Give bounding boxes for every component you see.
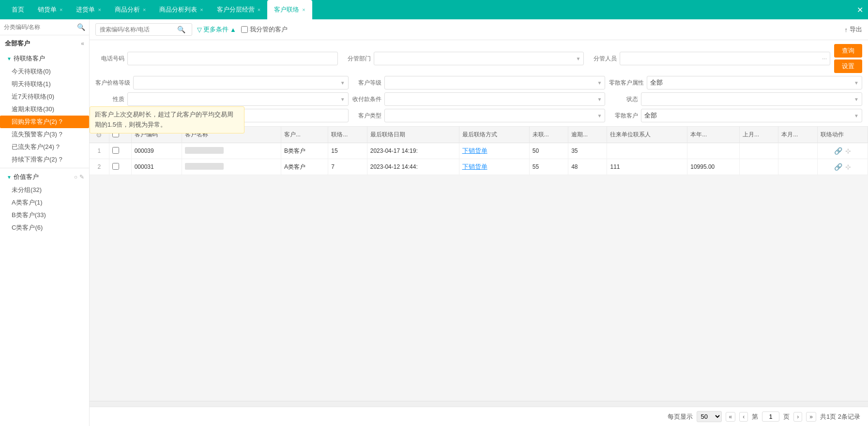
action-link-icon-1[interactable]: 🔗	[834, 147, 842, 155]
filter-row-1: 电话号码 分管部门 ▼ 分管人员 ···	[95, 44, 862, 73]
toolbar: 🔍 ▽ 更多条件 ▲ 我分管的客户 ↑ 导出	[90, 19, 868, 40]
last-method-link-1[interactable]: 下销货单	[462, 147, 487, 154]
filter-phone-input[interactable]	[127, 52, 338, 65]
close-tab-purchase[interactable]: ×	[98, 7, 101, 13]
cell-this-year-1	[687, 143, 740, 159]
sidebar-item-churned[interactable]: 已流失客户(24) ?	[0, 141, 89, 153]
export-button[interactable]: ↑ 导出	[845, 25, 863, 34]
next-page-button[interactable]: ›	[793, 412, 802, 422]
close-tab-product-analysis[interactable]: ×	[143, 7, 146, 13]
sidebar-item-class-b[interactable]: B类客户(33)	[0, 209, 89, 221]
sidebar-arrow-value: ▼	[7, 175, 12, 180]
sidebar-item-today[interactable]: 今天待联络(0)	[0, 65, 89, 78]
filter-person: 分管人员 ···	[588, 52, 830, 65]
sidebar-item-tomorrow[interactable]: 明天待联络(1)	[0, 78, 89, 90]
close-tab-sales[interactable]: ×	[60, 7, 62, 13]
query-button[interactable]: 查询	[834, 44, 862, 58]
sidebar-item-unclassified[interactable]: 未分组(32)	[0, 184, 89, 196]
cell-checkbox-1	[109, 143, 131, 159]
cell-checkbox-2	[109, 159, 131, 175]
sidebar-item-declining[interactable]: 持续下滑客户(2) ?	[0, 153, 89, 166]
sidebar-item-churn-warning[interactable]: 流失预警客户(3) ?	[0, 128, 89, 141]
export-icon: ↑	[845, 26, 848, 33]
nav-tab-product-list[interactable]: 商品分析列表 ×	[152, 0, 210, 19]
search-input[interactable]	[100, 26, 177, 33]
horizontal-scrollbar[interactable]	[90, 401, 868, 407]
page-number-input[interactable]	[762, 411, 779, 422]
main-layout: 🔍 全部客户 « ▼ 待联络客户 今天待联络(0) 明天待联络(1) 近7天待联…	[0, 19, 868, 426]
sidebar-group-pending[interactable]: ▼ 待联络客户	[0, 52, 89, 65]
filter-dept-select[interactable]: ▼	[374, 52, 584, 65]
last-method-link-2[interactable]: 下销货单	[462, 163, 487, 170]
action-grid-icon-2[interactable]: ⊹	[845, 163, 851, 171]
sidebar-item-class-a[interactable]: A类客户(1)	[0, 196, 89, 209]
close-tab-customer-tier[interactable]: ×	[258, 7, 260, 13]
sidebar-item-overdue[interactable]: 逾期未联络(30)	[0, 103, 89, 116]
filter-retail-attr-label: 零散客户属性	[609, 79, 644, 87]
filter-payment-select[interactable]: ▼	[384, 92, 606, 106]
more-filter-button[interactable]: ▽ 更多条件 ▲	[197, 25, 236, 34]
action-icons-2: 🔗 ⊹	[821, 163, 865, 171]
col-category: 客户...	[281, 127, 328, 143]
close-tab-product-list[interactable]: ×	[200, 7, 203, 13]
row-checkbox-2[interactable]	[112, 163, 119, 170]
first-page-button[interactable]: «	[726, 412, 736, 422]
sidebar-item-class-c[interactable]: C类客户(6)	[0, 221, 89, 234]
sidebar-item-7days[interactable]: 近7天待联络(0)	[0, 90, 89, 103]
page-label: 第	[752, 412, 758, 421]
nav-tab-sales[interactable]: 销货单 ×	[31, 0, 69, 19]
sidebar-edit2-icon[interactable]: ✎	[79, 174, 84, 180]
nav-tab-customer-tier[interactable]: 客户分层经营 ×	[210, 0, 267, 19]
nav-tab-purchase[interactable]: 进货单 ×	[69, 0, 107, 19]
cell-code-1: 000039	[131, 143, 182, 159]
cell-this-month-2	[778, 159, 817, 175]
filter-cust-type-select[interactable]: ▼	[384, 109, 606, 122]
cell-this-year-2: 10995.00	[687, 159, 740, 175]
per-page-select[interactable]: 50 100 200	[697, 411, 722, 422]
sidebar-all-customers[interactable]: 全部客户 «	[0, 35, 89, 52]
filter-phone: 电话号码	[95, 52, 338, 65]
sidebar-edit-icon[interactable]: ○	[74, 174, 77, 180]
nav-tab-home[interactable]: 首页	[5, 0, 31, 19]
filter-cust-level: 客户等级 ▼	[352, 76, 606, 89]
filter-retail-attr-select[interactable]: 全部 ▼	[647, 76, 862, 89]
settings-button[interactable]: 设置	[834, 59, 862, 73]
my-customer-filter: 我分管的客户	[241, 25, 288, 34]
col-contact: 联络...	[328, 127, 367, 143]
cell-last-date-1: 2023-04-17 14:19:	[367, 143, 459, 159]
filter-cust-level-select[interactable]: ▼	[384, 76, 606, 89]
close-tab-customer-contact[interactable]: ×	[302, 7, 305, 13]
col-action: 联络动作	[817, 127, 868, 143]
cell-this-month-1	[778, 143, 817, 159]
last-page-button[interactable]: »	[806, 412, 816, 422]
filter-price-level-select[interactable]: ▼	[133, 76, 349, 89]
filter-status-select[interactable]: ▼	[641, 92, 862, 106]
action-grid-icon-1[interactable]: ⊹	[845, 147, 851, 155]
cell-action-2: 🔗 ⊹	[817, 159, 868, 175]
nav-tab-product-analysis[interactable]: 商品分析 ×	[108, 0, 152, 19]
cell-index-2: 2	[90, 159, 109, 175]
filter-nature: 性质 ▼	[95, 92, 349, 106]
window-close-button[interactable]: ✕	[857, 5, 863, 15]
filter-person-input[interactable]: ···	[620, 52, 830, 65]
filter-payment: 收付款条件 ▼	[352, 92, 606, 106]
filter-retail-cust: 零散客户 全部 ▼	[609, 109, 862, 122]
filter-retail-cust-select[interactable]: 全部 ▼	[641, 109, 862, 122]
sidebar-item-abnormal-repurchase[interactable]: 回购异常客户(2) ?	[0, 116, 89, 128]
my-customer-checkbox[interactable]	[241, 26, 248, 33]
prev-page-button[interactable]: ‹	[739, 412, 748, 422]
filter-dept: 分管部门 ▼	[342, 52, 584, 65]
action-link-icon-2[interactable]: 🔗	[834, 163, 842, 171]
row-checkbox-1[interactable]	[112, 147, 119, 154]
col-not-contact: 未联...	[529, 127, 568, 143]
nav-tab-customer-contact[interactable]: 客户联络 ×	[267, 0, 312, 19]
cell-not-contact-2: 55	[529, 159, 568, 175]
cell-index-1: 1	[90, 143, 109, 159]
sidebar-group-value[interactable]: ▼ 价值客户 ○ ✎	[0, 170, 89, 184]
cell-not-contact-1: 50	[529, 143, 568, 159]
sidebar-search-input[interactable]	[4, 24, 77, 30]
filter-person-dots[interactable]: ···	[822, 55, 827, 62]
cell-last-month-1	[740, 143, 778, 159]
cell-action-1: 🔗 ⊹	[817, 143, 868, 159]
filter-nature-select[interactable]: ▼	[127, 92, 349, 106]
